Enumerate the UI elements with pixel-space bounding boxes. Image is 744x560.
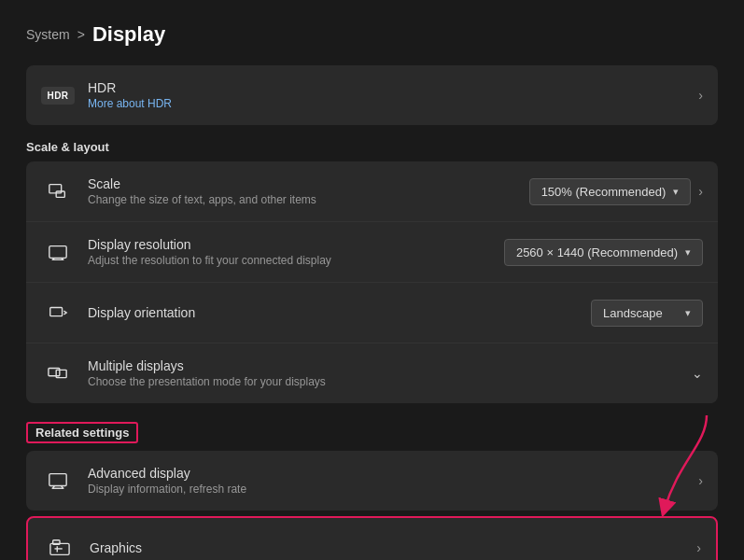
scale-chevron-down: ▾ <box>673 186 679 198</box>
multiple-displays-expand-icon: ⌄ <box>692 366 703 381</box>
scale-text: Scale Change the size of text, apps, and… <box>88 176 529 206</box>
hdr-title: HDR <box>88 80 698 95</box>
scale-control: 150% (Recommended) ▾ › <box>529 178 703 205</box>
graphics-card: Graphics › <box>26 516 718 560</box>
display-resolution-control: 2560 × 1440 (Recommended) ▾ <box>504 239 703 266</box>
page-container: System > Display HDR HDR More about HDR … <box>0 0 744 560</box>
scale-layout-card: Scale Change the size of text, apps, and… <box>26 161 718 403</box>
graphics-title: Graphics <box>90 540 696 555</box>
hdr-text: HDR More about HDR <box>88 80 698 110</box>
graphics-icon <box>43 531 77 560</box>
multiple-displays-icon <box>41 357 75 390</box>
multiple-displays-title: Multiple displays <box>88 358 692 373</box>
scale-icon <box>41 175 75 208</box>
breadcrumb-separator: > <box>77 27 85 42</box>
hdr-icon-box: HDR <box>41 87 74 105</box>
display-resolution-text: Display resolution Adjust the resolution… <box>88 237 504 267</box>
display-orientation-dropdown[interactable]: Landscape ▾ <box>591 300 703 327</box>
multiple-displays-subtitle: Choose the presentation mode for your di… <box>88 375 692 388</box>
hdr-card: HDR HDR More about HDR › <box>26 65 718 125</box>
advanced-display-icon <box>41 464 75 497</box>
display-resolution-dropdown[interactable]: 2560 × 1440 (Recommended) ▾ <box>504 239 703 266</box>
display-orientation-title: Display orientation <box>88 305 591 320</box>
multiple-displays-item[interactable]: Multiple displays Choose the presentatio… <box>26 343 718 403</box>
svg-rect-6 <box>50 308 63 316</box>
display-resolution-item[interactable]: Display resolution Adjust the resolution… <box>26 222 718 283</box>
graphics-item[interactable]: Graphics › <box>28 518 716 560</box>
display-orientation-chevron-down: ▾ <box>685 307 691 319</box>
graphics-text: Graphics <box>90 540 696 555</box>
scale-chevron-right: › <box>698 184 703 199</box>
svg-rect-2 <box>49 246 66 259</box>
display-orientation-icon <box>41 296 75 329</box>
related-settings-section: Related settings Advanced display Displa… <box>26 407 718 560</box>
display-orientation-value: Landscape <box>603 306 663 320</box>
scale-value: 150% (Recommended) <box>541 185 667 199</box>
advanced-display-title: Advanced display <box>88 466 698 481</box>
hdr-item[interactable]: HDR HDR More about HDR › <box>26 65 718 125</box>
hdr-icon: HDR <box>41 78 75 112</box>
hdr-chevron-right: › <box>698 88 703 103</box>
advanced-display-text: Advanced display Display information, re… <box>88 466 698 496</box>
related-settings-label: Related settings <box>26 422 138 443</box>
scale-dropdown[interactable]: 150% (Recommended) ▾ <box>529 178 692 205</box>
display-resolution-icon <box>41 235 75 269</box>
svg-rect-1 <box>56 191 64 197</box>
graphics-chevron: › <box>696 540 701 555</box>
display-orientation-item[interactable]: Display orientation Landscape ▾ <box>26 283 718 343</box>
display-resolution-subtitle: Adjust the resolution to fit your connec… <box>88 254 504 267</box>
scale-item[interactable]: Scale Change the size of text, apps, and… <box>26 161 718 222</box>
scale-layout-label: Scale & layout <box>26 140 718 154</box>
svg-rect-9 <box>49 474 66 486</box>
hdr-subtitle[interactable]: More about HDR <box>88 97 698 110</box>
advanced-display-item[interactable]: Advanced display Display information, re… <box>26 451 718 511</box>
breadcrumb-current: Display <box>92 22 165 47</box>
multiple-displays-text: Multiple displays Choose the presentatio… <box>88 358 692 388</box>
breadcrumb: System > Display <box>26 22 718 47</box>
advanced-display-card: Advanced display Display information, re… <box>26 451 718 511</box>
advanced-display-subtitle: Display information, refresh rate <box>88 483 698 496</box>
breadcrumb-system[interactable]: System <box>26 27 70 42</box>
display-orientation-control: Landscape ▾ <box>591 300 703 327</box>
display-resolution-value: 2560 × 1440 (Recommended) <box>516 245 678 259</box>
scale-subtitle: Change the size of text, apps, and other… <box>88 193 529 206</box>
scale-title: Scale <box>88 176 529 191</box>
advanced-display-chevron: › <box>698 473 703 488</box>
display-orientation-text: Display orientation <box>88 305 591 320</box>
display-resolution-chevron-down: ▾ <box>685 246 691 259</box>
multiple-displays-control: ⌄ <box>692 366 703 381</box>
display-resolution-title: Display resolution <box>88 237 504 252</box>
